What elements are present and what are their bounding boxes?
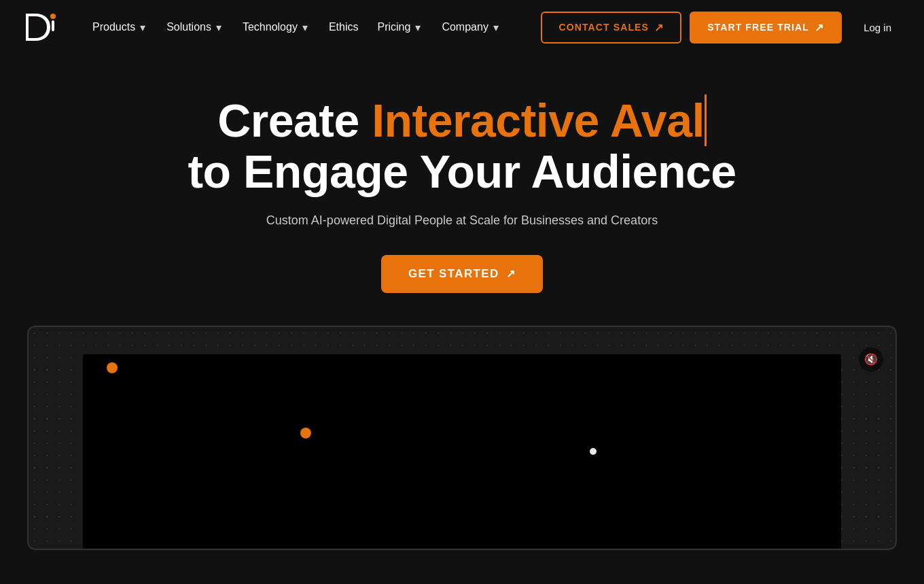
decorative-dot-3 xyxy=(590,448,597,455)
logo[interactable] xyxy=(22,8,60,46)
hero-title: Create Interactive Aval to Engage Your A… xyxy=(22,95,902,197)
video-section: 🔇 xyxy=(27,326,897,550)
chevron-down-icon: ▾ xyxy=(138,22,147,32)
nav-item-products[interactable]: Products ▾ xyxy=(84,16,156,39)
start-free-trial-button[interactable]: START FREE TRIAL ↗ xyxy=(690,12,842,44)
video-frame: 🔇 xyxy=(27,326,897,550)
contact-sales-button[interactable]: CONTACT SALES ↗ xyxy=(541,12,681,44)
nav-ctas: CONTACT SALES ↗ START FREE TRIAL ↗ Log i… xyxy=(541,12,902,44)
nav-item-solutions[interactable]: Solutions ▾ xyxy=(158,16,232,39)
nav-links: Products ▾ Solutions ▾ Technology ▾ Ethi… xyxy=(84,16,541,39)
hero-subtitle: Custom AI-powered Digital People at Scal… xyxy=(22,213,902,228)
get-started-button[interactable]: GET STARTED ↗ xyxy=(381,255,543,293)
nav-item-pricing[interactable]: Pricing ▾ xyxy=(370,16,431,39)
login-button[interactable]: Log in xyxy=(853,16,902,39)
nav-item-technology[interactable]: Technology ▾ xyxy=(234,16,318,39)
mute-button[interactable]: 🔇 xyxy=(859,347,883,372)
chevron-down-icon: ▾ xyxy=(300,22,310,32)
mute-icon: 🔇 xyxy=(864,353,878,366)
chevron-down-icon: ▾ xyxy=(214,22,224,32)
nav-item-company[interactable]: Company ▾ xyxy=(433,16,508,39)
hero-section: Create Interactive Aval to Engage Your A… xyxy=(0,54,924,326)
svg-rect-2 xyxy=(52,20,54,31)
nav-item-ethics[interactable]: Ethics xyxy=(321,16,367,39)
navbar: Products ▾ Solutions ▾ Technology ▾ Ethi… xyxy=(0,0,924,54)
decorative-dot-2 xyxy=(300,428,311,439)
arrow-icon: ↗ xyxy=(506,267,516,280)
svg-point-1 xyxy=(50,14,56,19)
chevron-down-icon: ▾ xyxy=(413,22,423,32)
arrow-icon: ↗ xyxy=(654,21,664,34)
decorative-dot-1 xyxy=(107,362,118,373)
cursor: l xyxy=(692,95,706,146)
arrow-icon: ↗ xyxy=(815,21,824,34)
chevron-down-icon: ▾ xyxy=(491,22,501,32)
video-player[interactable] xyxy=(83,354,841,549)
